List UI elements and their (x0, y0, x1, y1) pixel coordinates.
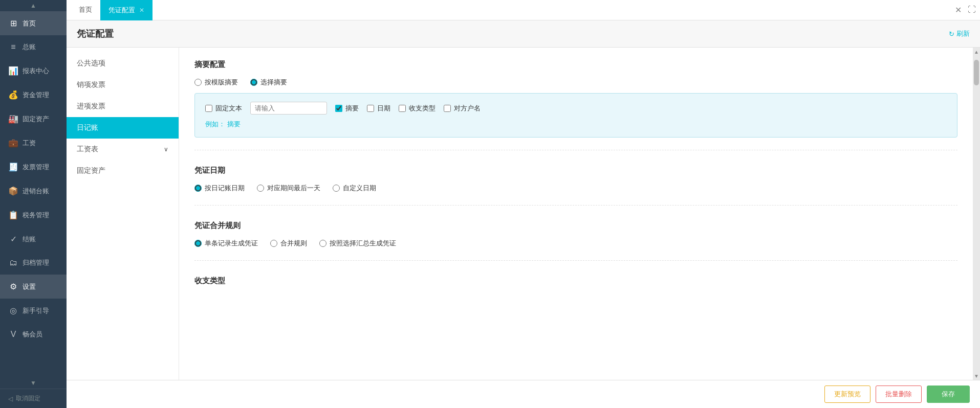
radio-merge-rule-input[interactable] (270, 240, 277, 247)
radio-by-selection-label: 按照选择汇总生成凭证 (330, 239, 396, 248)
sidebar-item-salary[interactable]: 💼 工资 (0, 131, 67, 155)
sidebar-item-funds[interactable]: 💰 资金管理 (0, 83, 67, 107)
checkbox-counterpart-input[interactable] (444, 105, 451, 112)
sidebar-item-settings[interactable]: ⚙ 设置 (0, 275, 67, 299)
tab-home[interactable]: 首页 (71, 0, 100, 20)
sidebar-item-label: 设置 (23, 282, 36, 291)
fixed-text-input[interactable] (250, 102, 327, 115)
sidebar: ▲ ⊞ 首页 ≡ 总账 📊 报表中心 💰 资金管理 🏭 固定资产 💼 工资 🧾 … (0, 0, 67, 408)
update-preview-button[interactable]: 更新预览 (824, 386, 870, 403)
left-nav-purchase-invoice[interactable]: 进项发票 (67, 96, 179, 117)
radio-template-summary[interactable]: 按模版摘要 (194, 78, 238, 87)
radio-last-day-label: 对应期间最后一天 (267, 184, 320, 193)
radio-custom-date-label: 自定义日期 (343, 184, 376, 193)
checkbox-date[interactable]: 日期 (367, 104, 390, 113)
checkbox-counterpart[interactable]: 对方户名 (444, 104, 481, 113)
sidebar-item-label: 报表中心 (23, 66, 49, 76)
tab-right-icons: ✕ ⛶ (955, 5, 976, 15)
reports-icon: 📊 (8, 66, 18, 76)
voucher-merge-radio-group: 单条记录生成凭证 合并规则 按照选择汇总生成凭证 (194, 239, 957, 248)
radio-select-summary[interactable]: 选择摘要 (250, 78, 287, 87)
ledger-icon: ≡ (8, 42, 18, 52)
tab-close-icon[interactable]: ✕ (139, 7, 144, 14)
sidebar-item-purchase[interactable]: 📦 进销台账 (0, 179, 67, 203)
content-area: 凭证配置 ↻ 刷新 公共选项 销项发票 进项发票 日记账 (67, 20, 980, 408)
radio-template-label: 按模版摘要 (205, 78, 238, 87)
sidebar-item-ledger[interactable]: ≡ 总账 (0, 35, 67, 59)
window-maximize-icon[interactable]: ⛶ (968, 5, 976, 15)
sidebar-item-label: 进销台账 (23, 187, 49, 196)
outer-scrollbar[interactable]: ▲ ▼ (973, 48, 980, 380)
section-summary-config: 摘要配置 按模版摘要 选择摘要 (194, 60, 957, 150)
sidebar-unpin[interactable]: ◁ 取消固定 (0, 389, 67, 408)
window-close-icon[interactable]: ✕ (955, 5, 962, 15)
left-nav-common[interactable]: 公共选项 (67, 53, 179, 74)
sidebar-scroll-up[interactable]: ▲ (0, 0, 67, 11)
sidebar-item-label: 新手引导 (23, 306, 49, 315)
refresh-label: 刷新 (956, 29, 970, 38)
radio-single-input[interactable] (194, 240, 202, 247)
checkbox-date-input[interactable] (367, 105, 374, 112)
radio-template-input[interactable] (194, 79, 202, 86)
radio-single[interactable]: 单条记录生成凭证 (194, 239, 258, 248)
voucher-date-radio-group: 按日记账日期 对应期间最后一天 自定义日期 (194, 184, 957, 193)
sidebar-scroll-down[interactable]: ▼ (0, 377, 67, 389)
purchase-icon: 📦 (8, 186, 18, 196)
checkbox-income-type[interactable]: 收支类型 (399, 104, 435, 113)
sidebar-item-label: 税务管理 (23, 211, 49, 220)
radio-select-input[interactable] (250, 79, 257, 86)
sidebar-item-tax[interactable]: 📋 税务管理 (0, 203, 67, 227)
left-nav-payroll[interactable]: 工资表 ∨ (67, 139, 179, 160)
tab-voucher-config-label: 凭证配置 (108, 6, 135, 15)
checkbox-fixed-text-input[interactable] (205, 105, 212, 112)
checkbox-summary[interactable]: 摘要 (335, 104, 359, 113)
funds-icon: 💰 (8, 90, 18, 100)
unpin-label: 取消固定 (16, 394, 40, 403)
sidebar-item-settle[interactable]: ✓ 结账 (0, 227, 67, 251)
tab-voucher-config[interactable]: 凭证配置 ✕ (100, 0, 153, 20)
sidebar-item-home[interactable]: ⊞ 首页 (0, 11, 67, 35)
example-value: 摘要 (227, 120, 241, 128)
batch-delete-button[interactable]: 批量删除 (876, 386, 922, 403)
left-nav-sales-invoice[interactable]: 销项发票 (67, 74, 179, 96)
bottom-bar: 更新预览 批量删除 保存 (67, 380, 980, 408)
scroll-down-btn[interactable]: ▼ (973, 372, 980, 380)
radio-merge-rule[interactable]: 合并规则 (270, 239, 307, 248)
sidebar-item-invoice[interactable]: 🧾 发票管理 (0, 155, 67, 179)
radio-custom-date[interactable]: 自定义日期 (333, 184, 376, 193)
radio-by-selection[interactable]: 按照选择汇总生成凭证 (319, 239, 396, 248)
radio-custom-date-input[interactable] (333, 185, 340, 192)
refresh-button[interactable]: ↻ 刷新 (949, 29, 970, 38)
sidebar-item-member[interactable]: V 畅会员 (0, 323, 67, 346)
member-icon: V (8, 330, 18, 339)
sidebar-item-label: 结账 (23, 235, 36, 244)
sidebar-item-label: 工资 (23, 139, 36, 148)
scroll-thumb[interactable] (974, 60, 979, 85)
sidebar-item-archive[interactable]: 🗂 归档管理 (0, 251, 67, 275)
checkbox-fixed-text[interactable]: 固定文本 (205, 104, 242, 113)
radio-last-day-input[interactable] (257, 185, 264, 192)
left-nav-fixed-assets[interactable]: 固定资产 (67, 160, 179, 182)
expand-icon: ∨ (164, 146, 168, 153)
left-nav-journal[interactable]: 日记账 (67, 117, 179, 139)
sidebar-item-reports[interactable]: 📊 报表中心 (0, 59, 67, 83)
radio-last-day[interactable]: 对应期间最后一天 (257, 184, 320, 193)
assets-icon: 🏭 (8, 114, 18, 124)
refresh-icon: ↻ (949, 30, 954, 38)
settle-icon: ✓ (8, 234, 18, 244)
section-voucher-merge: 凭证合并规则 单条记录生成凭证 合并规则 按照选择汇总生成凭证 (194, 221, 957, 261)
checkbox-income-type-input[interactable] (399, 105, 406, 112)
checkbox-summary-input[interactable] (335, 105, 342, 112)
scroll-up-btn[interactable]: ▲ (973, 48, 980, 56)
radio-by-journal-date-input[interactable] (194, 185, 202, 192)
inner-layout: 公共选项 销项发票 进项发票 日记账 工资表 ∨ 固定资产 (67, 48, 980, 380)
radio-by-selection-input[interactable] (319, 240, 326, 247)
settings-icon: ⚙ (8, 282, 18, 291)
save-button[interactable]: 保存 (927, 386, 970, 403)
tab-home-label: 首页 (79, 5, 92, 14)
radio-by-journal-date[interactable]: 按日记账日期 (194, 184, 245, 193)
sidebar-item-guide[interactable]: ◎ 新手引导 (0, 299, 67, 323)
sidebar-item-label: 首页 (23, 19, 36, 28)
sidebar-item-assets[interactable]: 🏭 固定资产 (0, 107, 67, 131)
salary-icon: 💼 (8, 138, 18, 148)
